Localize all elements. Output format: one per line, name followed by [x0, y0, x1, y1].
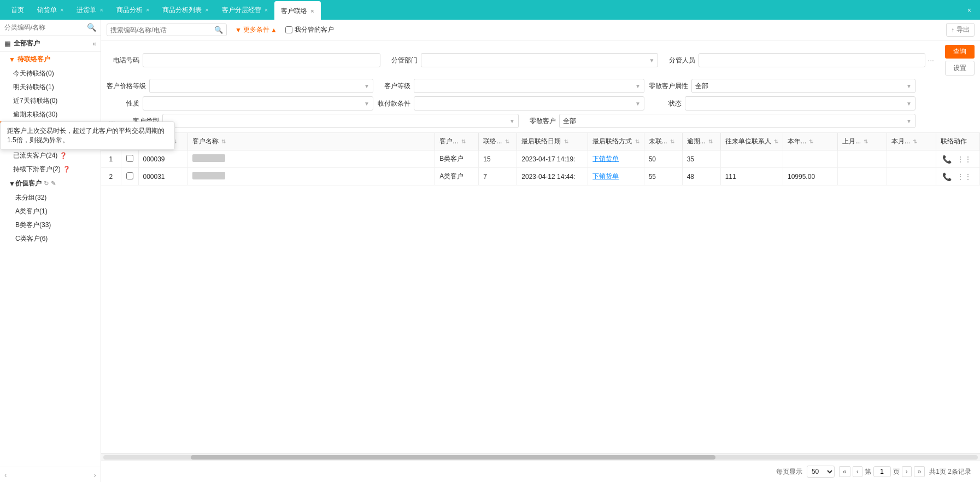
cell-name[interactable]	[187, 168, 435, 185]
filter-retail-select[interactable]: 全部 ▼	[559, 114, 916, 128]
sidebar-search-icon[interactable]: 🔍	[87, 23, 96, 32]
value-group-arrow-icon: ▼	[9, 180, 15, 188]
filter-person-input[interactable]	[699, 53, 925, 67]
sidebar-scroll-right[interactable]: ›	[93, 471, 96, 479]
row-checkbox[interactable]	[126, 172, 133, 179]
sidebar-item-overdue[interactable]: 逾期未联络(30)	[0, 108, 101, 121]
all-customers-header[interactable]: ▦ 全部客户 «	[0, 36, 101, 52]
main-search-input[interactable]	[110, 26, 214, 34]
filter-payment-cell: 收付款条件 ▼	[378, 96, 644, 111]
filter-phone-input[interactable]	[143, 53, 380, 67]
filter-gender-select[interactable]: ▼	[143, 96, 373, 111]
page-unit: 页	[893, 467, 900, 477]
last-page-btn[interactable]: »	[914, 466, 925, 477]
sidebar-scroll-left[interactable]: ‹	[4, 471, 7, 479]
export-button[interactable]: ↑ 导出	[946, 23, 975, 37]
nav-purchase-close[interactable]: ×	[99, 7, 103, 13]
col-header-name: 客户名称 ⇅	[187, 133, 435, 150]
page-number-input[interactable]	[873, 466, 891, 477]
filter-custgrade-select[interactable]: ▼	[414, 79, 644, 93]
main-search-icon[interactable]: 🔍	[214, 26, 223, 34]
more-conditions-btn[interactable]: ▼ 更多条件 ▲	[231, 23, 281, 37]
unread-sort-icon[interactable]: ⇅	[670, 138, 674, 144]
nav-product-list[interactable]: 商品分析列表 ×	[156, 0, 215, 20]
sidebar-bottom-bar: ‹ ›	[0, 467, 101, 482]
value-edit-icon[interactable]: ✎	[51, 180, 56, 187]
horizontal-scrollbar[interactable]	[101, 453, 980, 461]
total-records-label: 共1页 2条记录	[929, 467, 971, 477]
sidebar-item-class-a[interactable]: A类客户(1)	[0, 205, 101, 218]
sidebar-item-today[interactable]: 今天待联络(0)	[0, 67, 101, 80]
nav-product-analysis-close[interactable]: ×	[146, 7, 149, 13]
tooltip-text: 距客户上次交易时长，超过了此客户的平均交易周期的1.5倍，则视为异常。	[7, 127, 165, 144]
sidebar-item-class-b[interactable]: B类客户(33)	[0, 218, 101, 232]
scrollbar-thumb[interactable]	[191, 455, 715, 460]
nav-sales[interactable]: 销货单 ×	[31, 0, 70, 20]
nav-sales-close[interactable]: ×	[60, 7, 63, 13]
nav-purchase[interactable]: 进货单 ×	[70, 0, 109, 20]
overdue-sort-icon[interactable]: ⇅	[708, 138, 713, 144]
type-sort-icon[interactable]: ⇅	[461, 138, 466, 144]
filter-retailattr-select[interactable]: 全部 ▼	[691, 79, 916, 93]
query-button[interactable]: 查询	[945, 45, 975, 59]
sidebar-item-ungrouped[interactable]: 未分组(32)	[0, 191, 101, 205]
declining-info-icon[interactable]: ❓	[63, 166, 71, 173]
nav-customer-contact-close[interactable]: ×	[310, 8, 314, 14]
filter-pricetier-select[interactable]: ▼	[149, 79, 373, 93]
filter-custtype-select[interactable]: ▼	[162, 114, 519, 128]
pending-contact-group[interactable]: ▼ 待联络客户	[0, 52, 101, 67]
filter-custgrade-label: 客户等级	[378, 82, 410, 91]
nav-customer-segmentation[interactable]: 客户分层经营 ×	[215, 0, 274, 20]
filter-status-select[interactable]: ▼	[685, 96, 916, 111]
settings-button[interactable]: 设置	[945, 61, 975, 76]
value-customers-group[interactable]: ▼ 价值客户 ↻ ✎	[0, 176, 101, 191]
sidebar-search-input[interactable]	[4, 24, 87, 31]
thismonth-sort-icon[interactable]: ⇅	[913, 138, 917, 144]
cell-thismonth	[887, 168, 936, 185]
my-customers-checkbox[interactable]	[285, 26, 292, 33]
sidebar-item-class-c[interactable]: C类客户(6)	[0, 232, 101, 246]
cell-thismonth	[887, 150, 936, 168]
sidebar-item-lost[interactable]: 已流失客户(24) ❓	[0, 149, 101, 162]
action-phone-icon[interactable]: 📞	[942, 155, 952, 164]
filter-dept-select[interactable]: ▼	[421, 53, 659, 67]
nav-customer-seg-close[interactable]: ×	[265, 7, 268, 13]
sidebar-item-7days[interactable]: 近7天待联络(0)	[0, 94, 101, 108]
filter-payment-select[interactable]: ▼	[414, 96, 644, 111]
sidebar-item-declining[interactable]: 持续下滑客户(2) ❓	[0, 162, 101, 176]
method-sort-icon[interactable]: ⇅	[635, 138, 639, 144]
person-more-btn[interactable]: ···	[925, 56, 936, 65]
sidebar-collapse-icon[interactable]: «	[92, 40, 96, 48]
nav-home[interactable]: 首页	[4, 0, 31, 20]
cell-contact: 15	[479, 150, 517, 168]
row-checkbox[interactable]	[126, 155, 133, 162]
per-page-select[interactable]: 50 100 200	[807, 466, 835, 478]
contact-sort-icon[interactable]: ⇅	[505, 138, 509, 144]
top-navigation: 首页 销货单 × 进货单 × 商品分析 × 商品分析列表 × 客户分层经营 × …	[0, 0, 980, 20]
lost-info-icon[interactable]: ❓	[60, 152, 67, 159]
value-cycle-icon[interactable]: ↻	[44, 180, 49, 187]
method-link[interactable]: 下销货单	[592, 172, 619, 180]
method-link[interactable]: 下销货单	[592, 155, 619, 162]
window-close-button[interactable]: ×	[963, 5, 976, 15]
action-more-icon[interactable]: ⋮⋮	[956, 172, 972, 181]
name-sort-icon[interactable]: ⇅	[221, 138, 226, 144]
nav-product-list-close[interactable]: ×	[205, 7, 208, 13]
liaison-sort-icon[interactable]: ⇅	[774, 138, 778, 144]
filter-payment-label: 收付款条件	[378, 99, 410, 108]
sidebar-item-tomorrow[interactable]: 明天待联络(1)	[0, 80, 101, 94]
prev-page-btn[interactable]: ‹	[853, 466, 862, 477]
action-phone-icon[interactable]: 📞	[942, 172, 952, 181]
cell-name[interactable]	[187, 150, 435, 168]
first-page-btn[interactable]: «	[839, 466, 850, 477]
next-page-btn[interactable]: ›	[902, 466, 912, 477]
cell-checkbox	[121, 150, 138, 168]
nav-customer-contact[interactable]: 客户联络 ×	[274, 1, 320, 21]
thisyear-sort-icon[interactable]: ⇅	[809, 138, 813, 144]
nav-product-analysis[interactable]: 商品分析 ×	[110, 0, 156, 20]
date-sort-icon[interactable]: ⇅	[564, 138, 568, 144]
my-customers-checkbox-wrap: 我分管的客户	[285, 25, 334, 34]
action-more-icon[interactable]: ⋮⋮	[956, 155, 972, 164]
nav-customer-contact-label: 客户联络	[281, 7, 307, 16]
lastmonth-sort-icon[interactable]: ⇅	[864, 138, 868, 144]
